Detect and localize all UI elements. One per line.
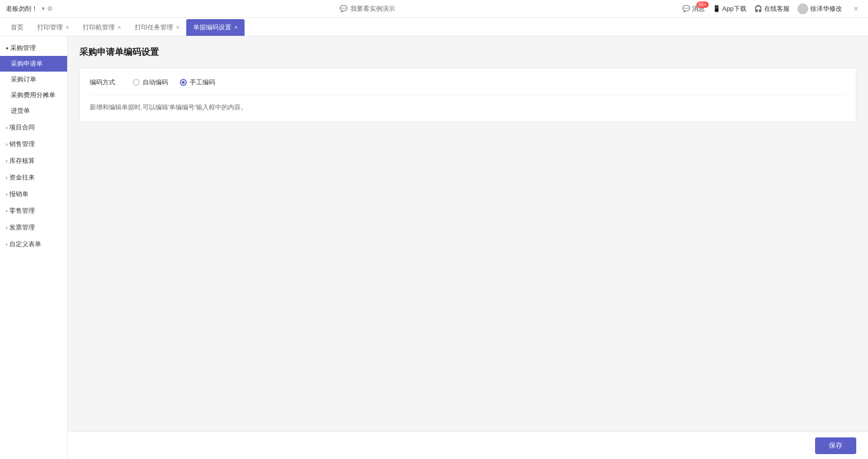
sidebar-group-custom-form-title[interactable]: › 自定义表单 (0, 236, 67, 252)
tab-print-mgmt[interactable]: 打印管理 × (30, 19, 76, 36)
avatar (797, 3, 808, 14)
online-service-label: 在线客服 (764, 4, 790, 13)
auto-encoding-radio[interactable] (133, 79, 140, 86)
sidebar-group-inventory-settle: › 库存核算 (0, 153, 67, 169)
chevron-right-icon: › (6, 125, 7, 130)
manual-encoding-label: 手工编码 (190, 78, 215, 87)
encoding-mode-label: 编码方式 (90, 78, 115, 87)
chevron-right-icon: › (6, 208, 7, 214)
sidebar-group-invoice-mgmt: › 发票管理 (0, 220, 67, 235)
top-bar-left: 老板勿削！ ▾ ⚙ (6, 4, 53, 13)
tab-single-barcode-settings-label: 单据编码设置 (193, 23, 231, 32)
sidebar-group-purchase-mgmt-title[interactable]: ▾ 采购管理 (0, 40, 67, 56)
sidebar-item-purchase-expense-split-label: 采购费用分摊单 (11, 91, 55, 99)
hint-text: 新增和编辑单据时,可以编辑'单编编号'输入框中的内容。 (90, 103, 846, 112)
auto-encoding-option[interactable]: 自动编码 (133, 78, 168, 87)
sidebar-group-custom-form: › 自定义表单 (0, 236, 67, 252)
sidebar-group-retail-mgmt-label: 零售管理 (9, 206, 35, 215)
auto-encoding-label: 自动编码 (143, 78, 168, 87)
tab-print-mgmt-label: 打印管理 (37, 23, 63, 32)
tab-print-mgmt-close[interactable]: × (66, 25, 69, 30)
tab-printer-mgmt-close[interactable]: × (118, 25, 121, 30)
content-area: 采购申请单编码设置 编码方式 自动编码 手工编码 新增和编辑单据时,可以编辑'单… (68, 36, 868, 459)
chevron-down-icon: ▾ (6, 46, 8, 51)
sidebar-group-custom-form-label: 自定义表单 (9, 240, 41, 249)
tab-home[interactable]: 首页 (4, 19, 30, 36)
sidebar-group-invoice-mgmt-label: 发票管理 (9, 223, 35, 232)
sidebar-item-stock-in-label: 进货单 (11, 107, 30, 114)
sidebar-group-sales-mgmt-title[interactable]: › 销售管理 (0, 136, 67, 152)
main-layout: ▾ 采购管理 采购申请单 采购订单 采购费用分摊单 进货单 › 项目合同 (0, 36, 868, 459)
encoding-mode-row: 编码方式 自动编码 手工编码 (90, 78, 846, 95)
user-name: 徐泽华修改 (810, 4, 842, 13)
sidebar-item-purchase-expense-split[interactable]: 采购费用分摊单 (0, 87, 67, 103)
online-service-button[interactable]: 🎧 在线客服 (754, 4, 790, 13)
sidebar-group-project-contract: › 项目合同 (0, 120, 67, 135)
chevron-right-icon: › (6, 175, 7, 180)
app-download-label: App下载 (722, 4, 746, 13)
manual-encoding-radio[interactable] (180, 79, 187, 86)
manual-encoding-option[interactable]: 手工编码 (180, 78, 215, 87)
chevron-right-icon: › (6, 192, 7, 197)
tab-print-task-mgmt-label: 打印任务管理 (135, 23, 173, 32)
sidebar-group-retail-mgmt-title[interactable]: › 零售管理 (0, 203, 67, 219)
sidebar-group-fund-flow-title[interactable]: › 资金往来 (0, 170, 67, 185)
chevron-right-icon: › (6, 142, 7, 147)
sidebar-group-inventory-settle-label: 库存核算 (9, 156, 35, 165)
sidebar-group-invoice-mgmt-title[interactable]: › 发票管理 (0, 220, 67, 235)
page-title: 采购申请单编码设置 (79, 46, 856, 58)
content-inner: 采购申请单编码设置 编码方式 自动编码 手工编码 新增和编辑单据时,可以编辑'单… (68, 36, 868, 432)
demo-icon: 💬 (340, 5, 347, 12)
window-close-button[interactable]: × (850, 2, 862, 15)
app-title: 老板勿削！ (6, 4, 38, 13)
sidebar-item-purchase-request-label: 采购申请单 (11, 60, 43, 67)
message-badge: 99+ (696, 1, 709, 8)
chevron-down-icon[interactable]: ▾ (42, 5, 45, 12)
settings-card: 编码方式 自动编码 手工编码 新增和编辑单据时,可以编辑'单编编号'输入框中的内… (79, 68, 856, 122)
sidebar-group-retail-mgmt: › 零售管理 (0, 203, 67, 219)
sidebar-group-fund-flow-label: 资金往来 (9, 173, 35, 182)
demo-text[interactable]: 我要看实例演示 (350, 4, 395, 13)
top-bar-center: 💬 我要看实例演示 (340, 4, 395, 13)
user-profile-button[interactable]: 徐泽华修改 (797, 3, 842, 14)
sidebar-group-inventory-settle-title[interactable]: › 库存核算 (0, 153, 67, 169)
sidebar-group-expense-claim: › 报销单 (0, 186, 67, 202)
tab-print-task-mgmt[interactable]: 打印任务管理 × (128, 19, 186, 36)
sidebar-item-stock-in[interactable]: 进货单 (0, 103, 67, 119)
content-footer: 保存 (68, 432, 868, 459)
sidebar-group-purchase-mgmt-label: 采购管理 (10, 44, 36, 52)
tab-print-task-mgmt-close[interactable]: × (176, 25, 179, 30)
tab-home-label: 首页 (11, 23, 24, 32)
sidebar-group-project-contract-title[interactable]: › 项目合同 (0, 120, 67, 135)
tab-printer-mgmt-label: 打印机管理 (83, 23, 115, 32)
sidebar-group-project-contract-label: 项目合同 (9, 123, 35, 132)
app-download-button[interactable]: 📱 App下载 (713, 4, 746, 13)
tab-single-barcode-settings[interactable]: 单据编码设置 × (186, 19, 245, 36)
save-button[interactable]: 保存 (815, 437, 856, 454)
sidebar-group-expense-claim-title[interactable]: › 报销单 (0, 186, 67, 202)
sidebar-group-sales-mgmt-label: 销售管理 (9, 140, 35, 149)
tab-printer-mgmt[interactable]: 打印机管理 × (76, 19, 128, 36)
sidebar-item-purchase-order-label: 采购订单 (11, 76, 36, 83)
sidebar-group-sales-mgmt: › 销售管理 (0, 136, 67, 152)
sidebar-item-purchase-request[interactable]: 采购申请单 (0, 56, 67, 72)
gear-icon[interactable]: ⚙ (47, 5, 53, 12)
message-icon: 💬 (682, 5, 690, 12)
tab-single-barcode-settings-close[interactable]: × (234, 25, 238, 30)
top-bar: 老板勿削！ ▾ ⚙ 💬 我要看实例演示 💬 消息 99+ 📱 App下载 🎧 在… (0, 0, 868, 18)
chevron-right-icon: › (6, 225, 7, 230)
top-bar-right: 💬 消息 99+ 📱 App下载 🎧 在线客服 徐泽华修改 × (682, 2, 862, 15)
chevron-right-icon: › (6, 242, 7, 247)
tab-bar: 首页 打印管理 × 打印机管理 × 打印任务管理 × 单据编码设置 × (0, 18, 868, 36)
headset-icon: 🎧 (754, 5, 762, 12)
sidebar-group-fund-flow: › 资金往来 (0, 170, 67, 185)
sidebar-group-purchase-mgmt: ▾ 采购管理 采购申请单 采购订单 采购费用分摊单 进货单 (0, 40, 67, 119)
sidebar: ▾ 采购管理 采购申请单 采购订单 采购费用分摊单 进货单 › 项目合同 (0, 36, 68, 459)
top-bar-icons: ▾ ⚙ (42, 5, 53, 12)
message-button[interactable]: 💬 消息 99+ (682, 4, 705, 13)
sidebar-item-purchase-order[interactable]: 采购订单 (0, 72, 67, 87)
phone-icon: 📱 (713, 5, 720, 12)
chevron-right-icon: › (6, 158, 7, 164)
sidebar-group-expense-claim-label: 报销单 (9, 190, 28, 199)
